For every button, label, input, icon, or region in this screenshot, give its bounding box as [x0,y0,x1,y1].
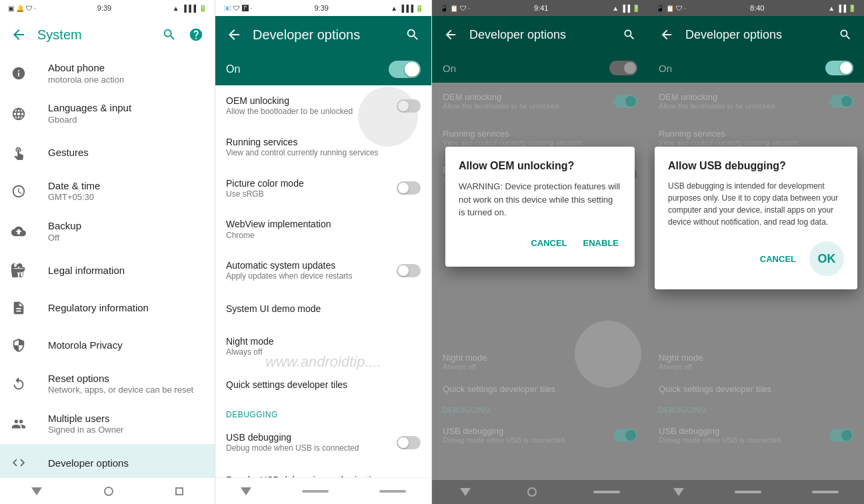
sys-rl: ▲ ▐▐ 🔋 [612,5,640,12]
users-text: Multiple users Signed in as Owner [48,412,204,436]
dev-item-webview[interactable]: WebView implementation Chrome [215,209,431,250]
notif-rr: 📱 📋 🛡 · [656,5,686,12]
settings-item-backup[interactable]: Backup Off [0,211,215,251]
nav-home-rl[interactable] [527,487,537,497]
rl-oem-toggle [613,95,637,108]
app-bar-icons-left [161,27,204,43]
reset-title: Reset options [48,372,204,385]
nav-back-rr[interactable] [673,488,684,496]
privacy-text: Motorola Privacy [48,339,204,352]
dev-item-revoke[interactable]: Revoke USB debugging authorizations [215,463,431,477]
search-button-left[interactable] [161,27,177,43]
settings-item-datetime[interactable]: Date & time GMT+05:30 [0,171,215,211]
help-button-left[interactable] [188,27,204,43]
back-button-left[interactable] [11,27,27,43]
settings-item-gestures[interactable]: Gestures [0,134,215,171]
rr-running-sub: View and control currently running servi… [659,139,853,147]
dev-item-demo[interactable]: System UI demo mode [215,291,431,326]
settings-item-developer[interactable]: Developer options [0,444,215,477]
datetime-title: Date & time [48,179,204,193]
panel-oem-dialog: 📱 📋 🛡 · 9:41 ▲ ▐▐ 🔋 Developer options On [432,0,648,504]
settings-item-privacy[interactable]: Motorola Privacy [0,327,215,364]
settings-item-users[interactable]: Multiple users Signed in as Owner [0,404,215,444]
system-settings-panel: ▣ 🔔 🛡 · 9:39 ▲ ▐▐▐ 🔋 System [0,0,215,504]
rr-qstiles-item: Quick settings developer tiles [648,377,864,401]
rl-usb-title: USB debugging [443,426,565,436]
settings-item-legal[interactable]: Legal information [0,252,215,289]
oem-enable-button[interactable]: Enable [581,233,621,253]
reset-subtitle: Network, apps, or device can be reset [48,385,204,396]
rl-oem-title: OEM unlocking [443,92,613,102]
rr-oem-item: OEM unlocking Allow the bootloader to be… [648,83,864,119]
datetime-icon [11,183,27,199]
time-rr: 8:40 [750,4,764,12]
legal-title: Legal information [48,264,204,277]
dev-night-text: Night mode Always off [226,335,421,358]
on-bar-rr: On [648,53,864,83]
oem-dialog: Allow OEM unlocking? WARNING: Device pro… [445,147,635,267]
search-btn-rr[interactable] [837,27,853,43]
dev-qstiles-text: Quick settings developer tiles [226,379,421,391]
nav-recent-rl[interactable] [593,491,620,493]
settings-item-regulatory[interactable]: Regulatory information [0,289,215,327]
notif-icons-middle: 📧 🛡 🅿 · [223,5,252,12]
on-toggle-middle[interactable] [389,61,421,78]
back-button-middle[interactable] [226,27,242,43]
languages-icon [11,106,27,122]
usb-ok-button[interactable]: OK [809,241,844,276]
rr-running-title: Running services [659,129,853,139]
dev-color-text: Picture color mode Use sRGB [226,177,397,200]
app-bar-left: System [0,16,215,53]
system-icons-middle: ▲ ▐▐▐ 🔋 [391,5,423,12]
dev-item-usb[interactable]: USB debugging Debug mode when USB is con… [215,422,431,463]
rl-running-sub: View and control currently running servi… [443,139,637,147]
autoupdate-toggle-middle[interactable] [397,264,421,277]
title-rr: Developer options [685,28,827,42]
oem-cancel-button[interactable]: Cancel [528,233,569,253]
sys-rr: ▲ ▐▐ 🔋 [828,5,856,12]
privacy-title: Motorola Privacy [48,339,204,352]
search-button-middle[interactable] [405,27,421,43]
nav-recent-left[interactable] [175,487,183,495]
on-toggle-rr[interactable] [825,61,853,75]
nav-back-left[interactable] [31,487,42,495]
developer-icon [11,455,27,471]
title-rl: Developer options [469,28,611,42]
right-panels: 📱 📋 🛡 · 9:41 ▲ ▐▐ 🔋 Developer options On [432,0,864,504]
usb-cancel-button[interactable]: Cancel [757,249,799,269]
settings-item-reset[interactable]: Reset options Network, apps, or device c… [0,364,215,404]
color-toggle-middle[interactable] [397,181,421,195]
settings-item-about[interactable]: About phone motorola one action [0,53,215,93]
dev-item-night[interactable]: Night mode Always off [215,326,431,367]
nav-home-left[interactable] [104,487,113,496]
status-icons-middle: 📧 🛡 🅿 · [223,5,252,12]
usb-dialog-content: USB debugging is intended for developmen… [668,180,844,228]
nav-recent-rr[interactable] [812,491,839,493]
dev-color-subtitle: Use sRGB [226,189,397,200]
languages-subtitle: Gboard [48,115,204,126]
rr-debug-label: Debugging [659,406,853,414]
on-toggle-rl[interactable] [609,61,637,75]
on-bar-middle: On [215,53,431,85]
back-btn-rl[interactable] [443,27,459,43]
rr-oem-sub: Allow the bootloader to be unlocked [659,102,829,110]
usb-toggle-middle[interactable] [397,436,421,449]
rr-night-item: Night mode Always off [648,346,864,377]
users-icon [11,416,27,432]
nav-back-middle[interactable] [241,487,251,495]
dev-item-autoupdate[interactable]: Automatic system updates Apply updates w… [215,250,431,291]
back-btn-rr[interactable] [659,27,675,43]
nav-home-middle[interactable] [302,490,329,493]
search-btn-rl[interactable] [621,27,637,43]
nav-back-rl[interactable] [460,488,471,496]
dev-night-title: Night mode [226,335,421,347]
datetime-text: Date & time GMT+05:30 [48,179,204,203]
dev-item-qstiles[interactable]: Quick settings developer tiles [215,367,431,402]
panel-usb-dialog: 📱 📋 🛡 · 8:40 ▲ ▐▐ 🔋 Developer options On [648,0,864,504]
regulatory-icon [11,300,27,316]
nav-recent-middle[interactable] [379,490,406,493]
nav-home-rr[interactable] [735,491,761,493]
dev-item-color[interactable]: Picture color mode Use sRGB [215,168,431,209]
dev-qstiles-title: Quick settings developer tiles [226,379,421,391]
settings-item-languages[interactable]: Languages & input Gboard [0,93,215,133]
